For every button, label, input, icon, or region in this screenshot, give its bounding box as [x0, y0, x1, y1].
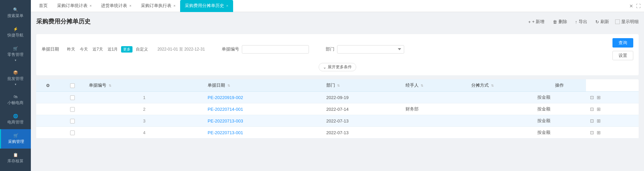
view-icon[interactable]: ⊡: [590, 118, 594, 123]
sidebar: 🔍 搜索菜单 ⚡ 快捷导航 🛒 零售管理 ▾ 📦 批发管理 ▾ 🛍 小畅电商 🌐…: [0, 0, 31, 171]
delete-button[interactable]: 🗑 删除: [551, 17, 569, 26]
sort-icon[interactable]: ⇅: [421, 84, 423, 87]
col-label: 部门: [326, 83, 335, 88]
sort-icon[interactable]: ⇅: [337, 84, 340, 87]
ecommerce-small-icon: 🛍: [13, 94, 17, 99]
doc-no-link[interactable]: PE-20220713-001: [208, 130, 243, 135]
refresh-button[interactable]: ↻ 刷新: [593, 17, 611, 26]
sidebar-item-ecommerce[interactable]: 🌐 电商管理: [0, 110, 31, 129]
delete-label: 删除: [558, 19, 567, 25]
sidebar-item-finance[interactable]: 💰 资金管理: [0, 168, 31, 171]
doc-no-link[interactable]: PE-20220919-002: [208, 95, 243, 100]
sort-icon[interactable]: ⇅: [109, 84, 111, 87]
date-range-text: 2022-01-01 至 2022-12-31: [157, 47, 205, 52]
tab-home[interactable]: 首页: [34, 0, 52, 12]
expand-label: 展开更多条件: [328, 64, 352, 70]
date-custom-btn[interactable]: 自定义: [135, 46, 149, 53]
view-icon[interactable]: ⊡: [590, 106, 594, 112]
gear-icon[interactable]: ⚙: [46, 83, 50, 88]
close-all-icon[interactable]: ✕: [629, 3, 633, 9]
tab-close-icon[interactable]: ×: [129, 4, 131, 8]
col-label: 单据编号: [89, 83, 106, 88]
dept-select[interactable]: [337, 45, 404, 54]
col-label: 分摊方式: [471, 83, 489, 88]
tab-purchase-exec[interactable]: 采购订单执行表 ×: [136, 0, 180, 12]
date-yesterday-btn[interactable]: 昨天: [66, 46, 76, 53]
tab-close-icon[interactable]: ×: [90, 4, 92, 8]
query-button[interactable]: 查询: [612, 38, 633, 48]
maximize-icon[interactable]: ⛶: [636, 3, 641, 9]
row-doc-date: 2022-07-13: [322, 127, 401, 139]
edit-icon[interactable]: ⊞: [597, 118, 601, 123]
doc-no-link[interactable]: PE-20220714-001: [208, 107, 243, 112]
main-content: 首页 采购订单统计表 × 进货单统计表 × 采购订单执行表 × 采购费用分摊单历…: [31, 0, 644, 171]
sidebar-item-label: 小畅电商: [2, 100, 29, 106]
col-check: [60, 79, 85, 92]
row-checkbox[interactable]: [70, 119, 75, 123]
row-handler: [467, 115, 533, 127]
tab-purchase-cost-history[interactable]: 采购费用分摊单历史 ×: [180, 0, 233, 12]
date-1month-btn[interactable]: 近1月: [106, 46, 119, 53]
sidebar-item-label: 零售管理: [2, 52, 29, 58]
tab-purchase-order-stats[interactable]: 采购订单统计表 ×: [52, 0, 96, 12]
row-action-cell: ⊡ ⊞: [586, 115, 639, 127]
row-check-cell: [60, 103, 85, 115]
tab-close-icon[interactable]: ×: [226, 4, 228, 8]
show-col-checkbox[interactable]: [615, 19, 620, 24]
settings-button[interactable]: 设置: [612, 51, 633, 60]
doc-no-link[interactable]: PE-20220713-003: [208, 118, 243, 123]
sidebar-item-ecommerce-small[interactable]: 🛍 小畅电商: [0, 90, 31, 110]
filter-dates: 昨天 今天 近7天 近1月 更多 自定义: [66, 46, 149, 53]
chevron-down-icon: ▾: [15, 59, 16, 62]
view-icon[interactable]: ⊡: [590, 95, 594, 100]
delete-icon: 🗑: [553, 19, 557, 24]
sidebar-item-inventory[interactable]: 📋 库存核算: [0, 149, 31, 168]
row-checkbox[interactable]: [70, 95, 75, 100]
sidebar-item-wholesale[interactable]: 📦 批发管理 ▾: [0, 66, 31, 90]
row-dept: [401, 92, 467, 103]
show-col-toggle[interactable]: 显示明细: [615, 19, 639, 25]
row-checkbox[interactable]: [70, 131, 75, 135]
tab-inbound-stats[interactable]: 进货单统计表 ×: [96, 0, 136, 12]
table: ⚙ 单据编号 ⇅ 单据日期 ⇅: [36, 79, 639, 139]
sidebar-item-retail[interactable]: 🛒 零售管理 ▾: [0, 42, 31, 66]
table-row[interactable]: 3 PE-20220713-003 2022-07-13 按金额 ⊡ ⊞: [36, 115, 639, 127]
edit-icon[interactable]: ⊞: [597, 130, 601, 135]
row-doc-date: 2022-07-13: [322, 115, 401, 127]
table-row[interactable]: 4 PE-20220713-001 2022-07-13 按金额 ⊡ ⊞: [36, 127, 639, 139]
col-label: 单据日期: [208, 83, 225, 88]
edit-icon[interactable]: ⊞: [597, 95, 601, 100]
check-all-checkbox[interactable]: [70, 83, 75, 88]
col-label: 经手人: [406, 83, 419, 88]
sort-icon[interactable]: ⇅: [491, 84, 494, 87]
expand-filter-button[interactable]: ⌄ 展开更多条件: [319, 63, 356, 71]
doc-no-input[interactable]: [242, 45, 309, 54]
export-icon: ↑: [575, 19, 578, 24]
date-more-btn[interactable]: 更多: [121, 46, 132, 53]
export-button[interactable]: ↑ 导出: [573, 17, 590, 26]
row-split-method: 按金额: [533, 127, 586, 139]
quicknav-icon: ⚡: [13, 27, 18, 31]
row-settings-cell: [36, 127, 60, 139]
sidebar-item-purchase[interactable]: 🛒 采购管理: [0, 129, 31, 149]
date-7days-btn[interactable]: 近7天: [91, 46, 104, 53]
sort-icon[interactable]: ⇅: [227, 84, 230, 87]
retail-icon: 🛒: [13, 46, 18, 51]
col-handler: 经手人 ⇅: [401, 79, 467, 92]
edit-icon[interactable]: ⊞: [597, 106, 601, 112]
table-row[interactable]: 2 PE-20220714-001 2022-07-14 财务部 按金额 ⊡ ⊞: [36, 103, 639, 115]
tab-label: 采购订单执行表: [141, 3, 171, 9]
add-button[interactable]: + + 新增: [526, 17, 547, 26]
add-icon: +: [528, 19, 531, 24]
row-checkbox[interactable]: [70, 107, 75, 112]
table-row[interactable]: 1 PE-20220919-002 2022-09-19 按金额 ⊡ ⊞: [36, 92, 639, 103]
tab-close-icon[interactable]: ×: [173, 4, 175, 8]
col-doc-date: 单据日期 ⇅: [204, 79, 322, 92]
row-action-cell: ⊡ ⊞: [586, 127, 639, 139]
sidebar-item-quicknav[interactable]: ⚡ 快捷导航: [0, 23, 31, 42]
sidebar-item-search[interactable]: 🔍 搜索菜单: [0, 3, 31, 23]
date-today-btn[interactable]: 今天: [78, 46, 89, 53]
wholesale-icon: 📦: [13, 70, 18, 75]
view-icon[interactable]: ⊡: [590, 130, 594, 135]
row-split-method: 按金额: [533, 103, 586, 115]
